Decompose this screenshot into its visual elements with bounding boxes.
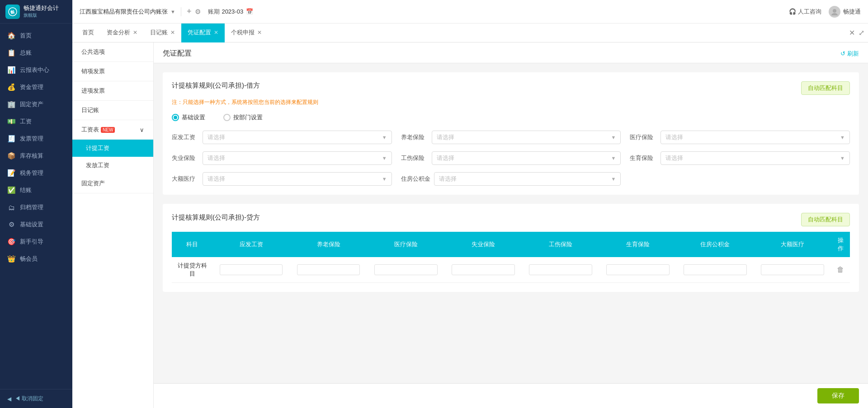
save-button[interactable]: 保存 bbox=[817, 388, 859, 403]
row-pension-input-cell bbox=[290, 257, 367, 283]
left-menu-payroll[interactable]: 发放工资 bbox=[72, 157, 153, 174]
salary-select[interactable]: 请选择 ▼ bbox=[203, 131, 392, 144]
row-unemployment-input[interactable] bbox=[452, 264, 515, 275]
credit-auto-match-button[interactable]: 自动匹配科目 bbox=[801, 213, 850, 226]
unemployment-select[interactable]: 请选择 ▼ bbox=[203, 151, 392, 165]
sidebar-footer-label: ◀ 取消固定 bbox=[15, 395, 43, 403]
sidebar-unpin-button[interactable]: ◀ ◀ 取消固定 bbox=[0, 389, 72, 408]
svg-text:畅: 畅 bbox=[10, 10, 14, 14]
row-delete-button[interactable]: 🗑 bbox=[837, 266, 844, 273]
left-menu-public[interactable]: 公共选项 bbox=[72, 42, 153, 62]
row-medical-input-cell bbox=[367, 257, 444, 283]
sidebar-item-vip[interactable]: 👑 畅会员 bbox=[0, 250, 72, 267]
sidebar-label-invoice: 发票管理 bbox=[20, 135, 43, 143]
calendar-icon[interactable]: 📅 bbox=[246, 8, 253, 15]
tab-funds-analysis[interactable]: 资金分析 ✕ bbox=[100, 23, 144, 42]
tab-voucher-close-icon[interactable]: ✕ bbox=[214, 29, 218, 36]
debit-note: 注：只能选择一种方式，系统将按照您当前的选择来配置规则 bbox=[172, 98, 850, 106]
maternity-select[interactable]: 请选择 ▼ bbox=[660, 151, 850, 165]
sidebar-item-fixed-assets[interactable]: 🏢 固定资产 bbox=[0, 96, 72, 113]
unemployment-placeholder: 请选择 bbox=[208, 154, 225, 162]
injury-select[interactable]: 请选择 ▼ bbox=[432, 151, 621, 165]
row-injury-input[interactable] bbox=[529, 264, 592, 275]
left-menu-salary-table-label: 工资表 bbox=[81, 126, 99, 134]
salary-placeholder: 请选择 bbox=[208, 133, 225, 141]
row-salary-input[interactable] bbox=[220, 264, 283, 275]
sidebar-item-home[interactable]: 🏠 首页 bbox=[0, 27, 72, 44]
settings-button[interactable]: ⚙ bbox=[195, 8, 201, 16]
refresh-icon: ↺ bbox=[840, 50, 845, 57]
sidebar-item-archive[interactable]: 🗂 归档管理 bbox=[0, 199, 72, 216]
left-menu-fixed-assets-label: 固定资产 bbox=[81, 180, 105, 187]
unemployment-chevron-icon: ▼ bbox=[382, 155, 387, 161]
tab-tax-filing[interactable]: 个税申报 ✕ bbox=[225, 23, 268, 42]
page-header: 凭证配置 ↺ 刷新 bbox=[154, 42, 868, 63]
company-selector[interactable]: 江西服宝精品有限责任公司内账张 ▼ bbox=[80, 8, 175, 16]
add-button[interactable]: + bbox=[187, 7, 192, 16]
col-maternity: 生育保险 bbox=[599, 232, 676, 257]
tab-expand-button[interactable]: ⤢ bbox=[859, 28, 864, 37]
radio-dept-settings[interactable]: 按部门设置 bbox=[223, 113, 263, 122]
large-medical-select[interactable]: 请选择 ▼ bbox=[203, 172, 392, 186]
sidebar-item-inventory[interactable]: 📦 库存核算 bbox=[0, 147, 72, 164]
sidebar-item-guide[interactable]: 🎯 新手引导 bbox=[0, 233, 72, 250]
row-injury-input-cell bbox=[522, 257, 599, 283]
col-subject: 科目 bbox=[172, 232, 212, 257]
left-menu-accrual[interactable]: 计提工资 bbox=[72, 140, 153, 157]
left-menu-purchase-invoice[interactable]: 进项发票 bbox=[72, 81, 153, 101]
col-injury: 工伤保险 bbox=[522, 232, 599, 257]
tab-home[interactable]: 首页 bbox=[76, 23, 100, 42]
sidebar-label-guide: 新手引导 bbox=[20, 238, 43, 246]
maternity-label: 生育保险 bbox=[630, 154, 657, 162]
sidebar-item-salary[interactable]: 💵 工资 bbox=[0, 113, 72, 130]
row-subject-label: 计提贷方科目 bbox=[172, 257, 212, 283]
row-large-medical-input[interactable] bbox=[761, 264, 824, 275]
radio-basic-settings[interactable]: 基础设置 bbox=[172, 113, 205, 122]
tab-funds-label: 资金分析 bbox=[107, 28, 130, 37]
row-maternity-input[interactable] bbox=[606, 264, 670, 275]
left-menu-sales-invoice[interactable]: 销项发票 bbox=[72, 62, 153, 81]
sidebar-label-fixed-assets: 固定资产 bbox=[20, 100, 43, 108]
pension-select[interactable]: 请选择 ▼ bbox=[432, 131, 621, 144]
inventory-icon: 📦 bbox=[7, 152, 15, 160]
row-housing-fund-input-cell bbox=[676, 257, 754, 283]
refresh-label: 刷新 bbox=[847, 50, 859, 58]
sidebar-item-ledger[interactable]: 📋 总账 bbox=[0, 44, 72, 61]
housing-fund-placeholder: 请选择 bbox=[439, 175, 457, 183]
medical-select[interactable]: 请选择 ▼ bbox=[660, 131, 850, 144]
row-unemployment-input-cell bbox=[444, 257, 522, 283]
tab-funds-close-icon[interactable]: ✕ bbox=[133, 29, 137, 36]
company-chevron-icon: ▼ bbox=[170, 9, 175, 14]
main-area: 江西服宝精品有限责任公司内账张 ▼ + ⚙ 账期 2023-03 📅 🎧 人工咨… bbox=[72, 0, 868, 408]
left-menu-public-label: 公共选项 bbox=[81, 48, 105, 55]
row-housing-fund-input[interactable] bbox=[684, 264, 747, 275]
left-menu-salary-table[interactable]: 工资表 NEW ∨ bbox=[72, 120, 153, 140]
tab-voucher-config[interactable]: 凭证配置 ✕ bbox=[181, 23, 225, 42]
sidebar-item-tax[interactable]: 📝 税务管理 bbox=[0, 164, 72, 182]
left-menu-payroll-label: 发放工资 bbox=[86, 162, 109, 169]
fixed-assets-icon: 🏢 bbox=[7, 100, 15, 108]
sidebar-label-settings: 基础设置 bbox=[20, 220, 43, 229]
housing-fund-select[interactable]: 请选择 ▼ bbox=[434, 172, 621, 186]
sidebar-label-archive: 归档管理 bbox=[20, 203, 43, 211]
row-pension-input[interactable] bbox=[297, 264, 360, 275]
bottom-bar: 保存 bbox=[154, 383, 868, 408]
sidebar-item-funds[interactable]: 💰 资金管理 bbox=[0, 79, 72, 96]
housing-fund-label: 住房公积金 bbox=[401, 175, 430, 183]
sidebar-item-checkout[interactable]: ✅ 结账 bbox=[0, 182, 72, 199]
tab-journal[interactable]: 日记账 ✕ bbox=[144, 23, 181, 42]
form-item-maternity: 生育保险 请选择 ▼ bbox=[630, 151, 850, 165]
tab-tax-close-icon[interactable]: ✕ bbox=[257, 29, 262, 36]
refresh-button[interactable]: ↺ 刷新 bbox=[840, 50, 859, 58]
row-medical-input[interactable] bbox=[374, 264, 438, 275]
left-menu-journal[interactable]: 日记账 bbox=[72, 101, 153, 120]
tab-journal-close-icon[interactable]: ✕ bbox=[170, 29, 175, 36]
support-button[interactable]: 🎧 人工咨询 bbox=[789, 8, 821, 16]
user-area[interactable]: 畅捷通 bbox=[829, 6, 861, 18]
debit-auto-match-button[interactable]: 自动匹配科目 bbox=[801, 81, 850, 95]
left-menu-fixed-assets[interactable]: 固定资产 bbox=[72, 174, 153, 193]
sidebar-item-invoice[interactable]: 🧾 发票管理 bbox=[0, 130, 72, 147]
tab-close-all-button[interactable]: ✕ bbox=[849, 28, 855, 37]
sidebar-item-settings[interactable]: ⚙ 基础设置 bbox=[0, 216, 72, 233]
sidebar-item-reports[interactable]: 📊 云报表中心 bbox=[0, 61, 72, 79]
